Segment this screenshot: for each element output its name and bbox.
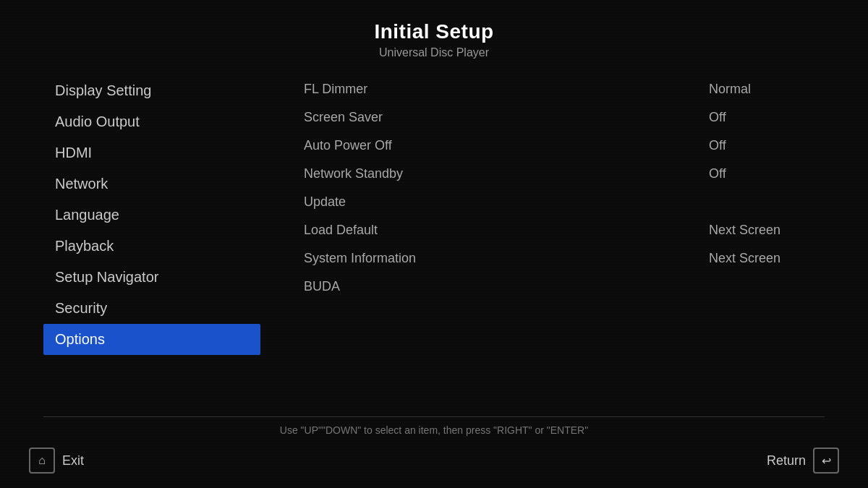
- return-label: Return: [767, 453, 806, 468]
- sidebar-item-audio-output[interactable]: Audio Output: [43, 106, 260, 137]
- main-content: Display SettingAudio OutputHDMINetworkLa…: [0, 68, 868, 416]
- settings-label-1: Screen Saver: [304, 110, 709, 125]
- page: Initial Setup Universal Disc Player Disp…: [0, 0, 868, 488]
- settings-row-1[interactable]: Screen SaverOff: [304, 103, 825, 132]
- page-title: Initial Setup: [0, 20, 868, 43]
- settings-label-6: System Information: [304, 251, 709, 266]
- exit-label: Exit: [62, 453, 84, 468]
- sidebar-item-security[interactable]: Security: [43, 293, 260, 324]
- exit-icon: ⌂: [29, 448, 55, 474]
- settings-value-2: Off: [709, 138, 825, 153]
- sidebar-item-hdmi[interactable]: HDMI: [43, 137, 260, 168]
- footer-buttons: ⌂ Exit Return ↩: [0, 448, 868, 474]
- sidebar-item-setup-navigator[interactable]: Setup Navigator: [43, 262, 260, 293]
- settings-row-4[interactable]: Update: [304, 188, 825, 216]
- return-icon: ↩: [813, 448, 839, 474]
- settings-panel: FL DimmerNormalScreen SaverOffAuto Power…: [260, 75, 825, 416]
- settings-label-7: BUDA: [304, 279, 825, 294]
- settings-label-2: Auto Power Off: [304, 138, 709, 153]
- sidebar: Display SettingAudio OutputHDMINetworkLa…: [43, 75, 260, 416]
- settings-label-3: Network Standby: [304, 166, 709, 181]
- footer-hint: Use "UP""DOWN" to select an item, then p…: [280, 424, 588, 436]
- header: Initial Setup Universal Disc Player: [0, 0, 868, 68]
- return-button[interactable]: Return ↩: [767, 448, 839, 474]
- sidebar-item-options[interactable]: Options: [43, 324, 260, 355]
- footer: Use "UP""DOWN" to select an item, then p…: [0, 417, 868, 488]
- settings-row-3[interactable]: Network StandbyOff: [304, 160, 825, 188]
- exit-button[interactable]: ⌂ Exit: [29, 448, 84, 474]
- sidebar-item-playback[interactable]: Playback: [43, 231, 260, 262]
- settings-row-2[interactable]: Auto Power OffOff: [304, 132, 825, 160]
- settings-row-7[interactable]: BUDA: [304, 273, 825, 301]
- sidebar-item-language[interactable]: Language: [43, 200, 260, 231]
- settings-value-5: Next Screen: [709, 223, 825, 238]
- settings-value-1: Off: [709, 110, 825, 125]
- settings-label-4: Update: [304, 194, 825, 210]
- settings-value-6: Next Screen: [709, 251, 825, 266]
- settings-row-5[interactable]: Load DefaultNext Screen: [304, 216, 825, 244]
- sidebar-item-network[interactable]: Network: [43, 168, 260, 200]
- settings-label-0: FL Dimmer: [304, 82, 709, 97]
- page-subtitle: Universal Disc Player: [0, 46, 868, 59]
- settings-row-6[interactable]: System InformationNext Screen: [304, 244, 825, 273]
- settings-row-0[interactable]: FL DimmerNormal: [304, 75, 825, 103]
- settings-value-0: Normal: [709, 82, 825, 97]
- sidebar-item-display-setting[interactable]: Display Setting: [43, 75, 260, 106]
- settings-label-5: Load Default: [304, 223, 709, 238]
- settings-value-3: Off: [709, 166, 825, 181]
